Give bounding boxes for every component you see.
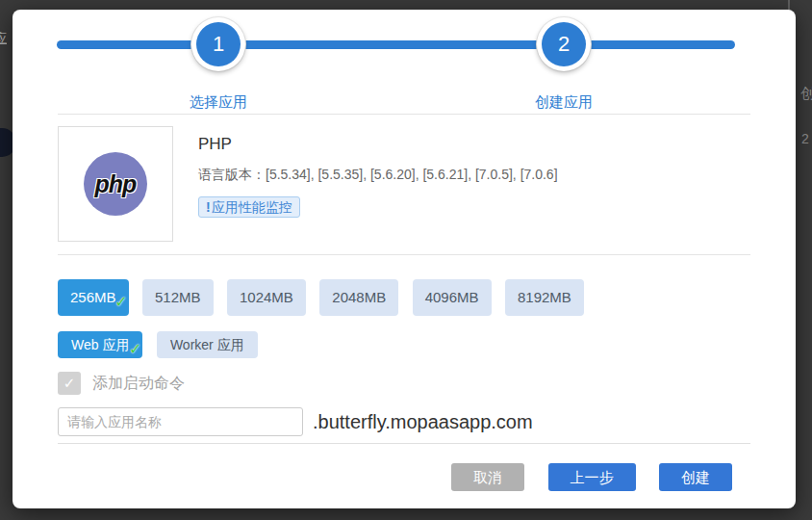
checkbox-check-icon: ✓	[63, 375, 76, 392]
memory-option-label: 2048MB	[332, 289, 386, 305]
modal-footer: 取消 上一步 创建	[58, 443, 750, 491]
step-1-label: 选择应用	[151, 93, 286, 112]
performance-monitor-badge: !应用性能监控	[198, 196, 300, 218]
app-info: PHP 语言版本：[5.5.34], [5.5.35], [5.6.20], […	[198, 126, 558, 242]
memory-option-256mb[interactable]: 256MB✓	[58, 279, 129, 316]
stepper-progress-bar	[57, 40, 735, 49]
memory-option-label: 512MB	[155, 289, 201, 305]
step-1-number: 1	[196, 22, 241, 66]
type-option-worker[interactable]: Worker 应用	[157, 331, 258, 358]
step-2-indicator[interactable]: 2	[537, 17, 591, 71]
app-config-options: 256MB✓ 512MB 1024MB 2048MB 4096MB 8192MB…	[13, 255, 796, 436]
wizard-stepper: 1 2 选择应用 创建应用	[13, 10, 796, 114]
startup-command-checkbox[interactable]: ✓	[58, 372, 81, 395]
startup-command-label: 添加启动命令	[92, 374, 185, 394]
startup-command-row: ✓ 添加启动命令	[58, 372, 750, 395]
memory-option-2048mb[interactable]: 2048MB	[319, 279, 398, 316]
step-1-indicator[interactable]: 1	[191, 17, 245, 71]
background-text-fragment: 创	[800, 85, 812, 103]
memory-options-row: 256MB✓ 512MB 1024MB 2048MB 4096MB 8192MB	[58, 279, 750, 316]
exclamation-icon: !	[206, 199, 211, 215]
app-logo-card: php	[58, 126, 173, 242]
app-name-title: PHP	[198, 135, 558, 154]
memory-option-1024mb[interactable]: 1024MB	[227, 279, 306, 316]
app-name-input[interactable]	[58, 407, 303, 436]
selected-app-section: php PHP 语言版本：[5.5.34], [5.5.35], [5.6.20…	[13, 115, 796, 254]
memory-option-label: 256MB	[70, 289, 116, 305]
memory-option-4096mb[interactable]: 4096MB	[413, 279, 492, 316]
app-name-row: .butterfly.mopaasapp.com	[58, 407, 750, 436]
memory-option-8192mb[interactable]: 8192MB	[505, 279, 584, 316]
create-button[interactable]: 创建	[659, 463, 732, 491]
step-2-label: 创建应用	[496, 93, 631, 112]
cancel-button[interactable]: 取消	[451, 463, 524, 491]
create-app-modal: 1 2 选择应用 创建应用 php PHP 语言版本：[5.5.34], [5.…	[13, 10, 796, 508]
memory-option-label: 8192MB	[518, 289, 571, 305]
php-logo-icon: php	[84, 152, 147, 216]
memory-option-512mb[interactable]: 512MB	[142, 279, 214, 316]
type-option-label: Web 应用	[71, 337, 129, 352]
type-option-label: Worker 应用	[170, 337, 244, 352]
app-versions-text: 语言版本：[5.5.34], [5.5.35], [5.6.20], [5.6.…	[198, 167, 558, 184]
previous-step-button[interactable]: 上一步	[548, 463, 636, 491]
app-type-options-row: Web 应用✓ Worker 应用	[58, 331, 750, 358]
memory-option-label: 4096MB	[425, 289, 479, 305]
domain-suffix-text: .butterfly.mopaasapp.com	[313, 411, 533, 433]
selected-check-icon: ✓	[114, 284, 127, 321]
background-text-fragment: 2	[801, 131, 809, 146]
selected-check-icon: ✓	[129, 336, 141, 363]
performance-monitor-label: 应用性能监控	[212, 199, 292, 215]
type-option-web[interactable]: Web 应用✓	[58, 331, 142, 358]
memory-option-label: 1024MB	[240, 289, 293, 305]
background-text-fragment: 应	[0, 30, 7, 47]
step-2-number: 2	[542, 22, 586, 66]
